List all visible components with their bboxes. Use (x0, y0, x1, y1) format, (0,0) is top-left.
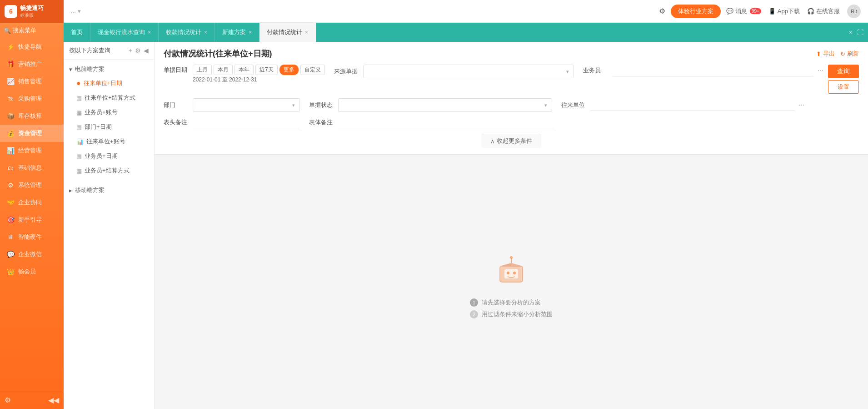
partner-input[interactable] (590, 99, 795, 111)
tab-payment-close[interactable]: × (305, 29, 308, 35)
dept-select[interactable]: ▾ (193, 98, 300, 112)
tabbar: 首页 现金银行流水查询 × 收款情况统计 × 新建方案 × 付款情况统计 × ×… (64, 23, 868, 42)
export-btn[interactable]: ⬆ 导出 (816, 50, 835, 58)
tabbar-controls: × ⛶ (844, 23, 868, 42)
finance-icon: 💰 (6, 129, 15, 137)
sidebar-item-quick-nav[interactable]: ⚡ 快捷导航 (0, 38, 64, 56)
dept-label: 部门 (164, 101, 189, 109)
app-download-btn[interactable]: 📱 App下载 (768, 7, 800, 15)
sidebar-item-marketing[interactable]: 🎁 营销推广 (0, 56, 64, 73)
tab-new-plan[interactable]: 新建方案 × (215, 23, 259, 42)
plan-item-salesman-settle[interactable]: ▦ 业务员+结算方式 (64, 163, 154, 178)
system-icon: ⚙ (6, 181, 15, 189)
sidebar-footer: ⚙ ◀◀ (0, 391, 64, 409)
search-menu[interactable]: 🔍 搜索菜单 (0, 23, 64, 38)
plan-item-dept-date[interactable]: ▦ 部门+日期 (64, 120, 154, 134)
customer-service-btn[interactable]: 🎧 在线客服 (807, 7, 840, 15)
plan-icon-partner-date: ● (76, 79, 81, 87)
date-this-month[interactable]: 本月 (214, 65, 233, 75)
plan-item-partner-date[interactable]: ● 往来单位+日期 (64, 76, 154, 91)
mobile-section-header[interactable]: ▸ 移动端方案 (64, 183, 154, 197)
tab-payment[interactable]: 付款情况统计 × (259, 23, 316, 42)
logo-name: 畅捷通巧 (20, 4, 44, 12)
sidebar-item-system[interactable]: ⚙ 系统管理 (0, 177, 64, 194)
tab-bank[interactable]: 现金银行流水查询 × (90, 23, 159, 42)
collapse-more-btn[interactable]: ∧ 收起更多条件 (481, 134, 541, 148)
tab-new-plan-close[interactable]: × (249, 29, 252, 35)
date-7days[interactable]: 近7天 (255, 65, 278, 75)
refresh-btn[interactable]: ↻ 刷新 (840, 50, 859, 58)
empty-tip-1: 1 请先选择要分析的方案 (470, 298, 553, 307)
tab-home[interactable]: 首页 (64, 23, 90, 42)
topbar-settings-btn[interactable]: ⚙ (659, 7, 665, 15)
sidebar-footer-settings[interactable]: ⚙ (5, 396, 11, 404)
breadcrumb: ... ▾ (71, 8, 653, 15)
tab-receivable-close[interactable]: × (204, 29, 207, 35)
date-custom[interactable]: 自定义 (300, 65, 325, 75)
sales-icon: 📈 (6, 77, 15, 86)
dept-dropdown-icon: ▾ (292, 102, 295, 108)
sidebar-item-guide[interactable]: 🎯 新手引导 (0, 211, 64, 228)
plan-item-partner-settle[interactable]: ▦ 往来单位+结算方式 (64, 91, 154, 105)
tab-bank-close[interactable]: × (148, 29, 151, 35)
guide-icon: 🎯 (6, 216, 15, 224)
sidebar-item-purchase[interactable]: 🛍 采购管理 (0, 90, 64, 107)
source-dropdown-icon: ▾ (566, 69, 569, 75)
partner-more-btn[interactable]: ··· (798, 101, 804, 109)
source-select[interactable]: ▾ (363, 65, 574, 78)
sidebar-item-finance[interactable]: 💰 资金管理 (0, 125, 64, 142)
member-icon: 👑 (6, 268, 15, 276)
desktop-section: ▾ 电脑端方案 ● 往来单位+日期 ▦ 往来单位+结算方式 ▦ 业务员+账号 ▦ (64, 60, 154, 181)
sidebar-item-operation[interactable]: 📊 经营管理 (0, 142, 64, 159)
date-last-month[interactable]: 上月 (193, 65, 212, 75)
breadcrumb-dropdown-icon[interactable]: ▾ (78, 8, 81, 15)
right-area: 付款情况统计(往来单位+日期) ⬆ 导出 ↻ 刷新 (155, 42, 868, 409)
trial-btn[interactable]: 体验行业方案 (671, 5, 721, 18)
sidebar-item-basic[interactable]: 🗂 基础信息 (0, 159, 64, 177)
plan-icon-salesman-settle: ▦ (76, 167, 82, 174)
doc-status-select[interactable]: ▾ (338, 98, 552, 112)
tab-expand-btn[interactable]: ⛶ (857, 29, 863, 36)
date-this-year[interactable]: 本年 (234, 65, 254, 75)
svg-point-5 (507, 272, 509, 274)
plan-item-salesman-date[interactable]: ▦ 业务员+日期 (64, 149, 154, 163)
wechat-icon: 💬 (6, 250, 15, 258)
plan-icon-salesman-account: ▦ (76, 109, 82, 116)
sidebar-nav: ⚡ 快捷导航 🎁 营销推广 📈 销售管理 🛍 采购管理 📦 库存核算 💰 资金管… (0, 38, 64, 391)
filter-area: 付款情况统计(往来单位+日期) ⬆ 导出 ↻ 刷新 (155, 42, 868, 155)
customer-service-icon: 🎧 (807, 8, 814, 15)
content-area: 1 请先选择要分析的方案 2 用过滤条件来缩小分析范围 (155, 155, 868, 409)
query-btn[interactable]: 查询 (828, 65, 859, 78)
user-avatar[interactable]: Rit (847, 5, 861, 18)
note-header-input[interactable] (193, 116, 300, 128)
sidebar-item-sales[interactable]: 📈 销售管理 (0, 73, 64, 90)
filter-settings-btn[interactable]: 设置 (828, 80, 859, 94)
tab-receivable[interactable]: 收款情况统计 × (159, 23, 215, 42)
plan-item-partner-account[interactable]: 📊 往来单位+账号 (64, 134, 154, 149)
salesman-input[interactable] (612, 65, 813, 76)
desktop-section-header[interactable]: ▾ 电脑端方案 (64, 62, 154, 76)
date-more[interactable]: 更多 (279, 65, 299, 75)
add-plan-btn[interactable]: + (129, 47, 132, 54)
empty-tip-2: 2 用过滤条件来缩小分析范围 (470, 310, 553, 318)
inventory-icon: 📦 (6, 112, 15, 120)
note-body-input[interactable] (338, 116, 554, 128)
tab-close-all-btn[interactable]: × (849, 29, 853, 36)
partner-label: 往来单位 (561, 101, 587, 109)
empty-tips: 1 请先选择要分析的方案 2 用过滤条件来缩小分析范围 (470, 298, 553, 318)
operation-icon: 📊 (6, 146, 15, 155)
plan-item-salesman-account[interactable]: ▦ 业务员+账号 (64, 105, 154, 120)
sidebar-item-wechat[interactable]: 💬 企业微信 (0, 246, 64, 263)
sidebar-item-enterprise[interactable]: 🤝 企业协同 (0, 194, 64, 211)
sidebar-item-member[interactable]: 👑 畅会员 (0, 263, 64, 280)
salesman-more-btn[interactable]: ··· (818, 66, 823, 75)
sidebar-item-hardware[interactable]: 🖥 智能硬件 (0, 228, 64, 246)
plan-settings-btn[interactable]: ⚙ (135, 47, 141, 54)
topbar-actions: 💬 消息 99+ 📱 App下载 🎧 在线客服 Rit (726, 5, 861, 18)
sidebar-collapse-btn[interactable]: ◀◀ (48, 396, 59, 404)
panel-collapse-btn[interactable]: ◀ (144, 47, 149, 54)
marketing-icon: 🎁 (6, 60, 15, 68)
page-content: 按以下方案查询 + ⚙ ◀ ▾ 电脑端方案 ● 往来单位+日期 ▦ 往来单位+结… (64, 42, 868, 409)
notification-btn[interactable]: 💬 消息 99+ (726, 7, 761, 15)
sidebar-item-inventory[interactable]: 📦 库存核算 (0, 107, 64, 125)
